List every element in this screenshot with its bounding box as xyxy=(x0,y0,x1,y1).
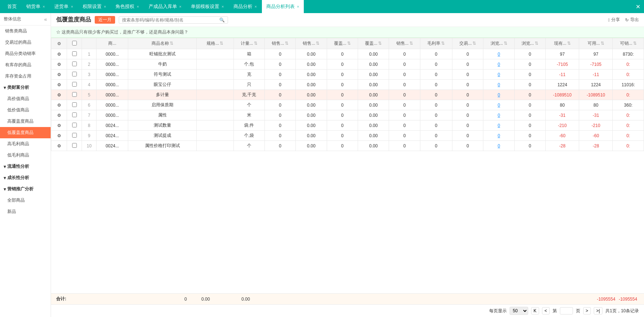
sidebar-sub-全部商品[interactable]: 全部商品 xyxy=(0,195,51,206)
cell-code: 0024... xyxy=(97,131,128,141)
cell-spec xyxy=(197,131,233,141)
nav-item-首页[interactable]: 首页 xyxy=(3,0,21,13)
cell-settings[interactable]: ⚙ xyxy=(51,110,67,120)
cell-settings[interactable]: ⚙ xyxy=(51,120,67,131)
nav-item-销货单[interactable]: 销货单× xyxy=(22,0,49,13)
cell-coverage2: 0.00 xyxy=(358,141,389,151)
export-button[interactable]: ↻ 导出 xyxy=(625,17,639,23)
cell-settings[interactable]: ⚙ xyxy=(51,90,67,100)
content-area: 低覆盖度商品 近一月 🔍  分享 ↻ 导出 ☆ 这类商品只有很少客户购买过，是… xyxy=(51,13,644,317)
select-all-checkbox[interactable] xyxy=(72,41,77,45)
nav-item-产成品入库单[interactable]: 产成品入库单× xyxy=(144,0,186,13)
nav-close-单据模板设置[interactable]: × xyxy=(221,4,224,9)
col-header-unit[interactable]: 计量...⇅ xyxy=(233,38,264,49)
cell-code: 0000... xyxy=(97,80,128,90)
per-page-select[interactable]: 50 100 200 xyxy=(510,307,528,315)
col-header-code[interactable]: 商... xyxy=(97,38,128,49)
sidebar-section-成长性分析[interactable]: ▾成长性分析 xyxy=(0,172,51,183)
page-input[interactable]: 1 xyxy=(560,307,573,314)
cell-checkbox[interactable] xyxy=(67,100,82,110)
sidebar-sub-低覆盖度商品[interactable]: 低覆盖度商品 xyxy=(0,127,51,138)
sidebar-sub-低毛利商品[interactable]: 低毛利商品 xyxy=(0,150,51,161)
cell-settings[interactable]: ⚙ xyxy=(51,59,67,70)
cell-num: 10 xyxy=(82,141,97,151)
nav-close-商品分析[interactable]: × xyxy=(255,4,257,9)
col-header-sales_count[interactable]: 销售...⇅ xyxy=(264,38,295,49)
sidebar-item-有库存的商品[interactable]: 有库存的商品 xyxy=(0,59,51,71)
cell-coverage1: 0 xyxy=(327,141,358,151)
cell-coverage1: 0 xyxy=(327,120,358,131)
sidebar-item-库存资金占用[interactable]: 库存资金占用 xyxy=(0,71,51,82)
nav-item-单据模板设置[interactable]: 单据模板设置× xyxy=(186,0,228,13)
col-header-coverage1[interactable]: 覆盖...⇅ xyxy=(327,38,358,49)
cell-checkbox[interactable] xyxy=(67,90,82,100)
cell-checkbox[interactable] xyxy=(67,49,82,59)
col-header-browse2[interactable]: 浏览...⇅ xyxy=(514,38,545,49)
search-icon[interactable]: 🔍 xyxy=(219,17,225,23)
col-header-spec[interactable]: 规格...⇅ xyxy=(197,38,233,49)
col-header-sellable[interactable]: 可销...⇅ xyxy=(613,38,644,49)
settings-icon[interactable]: ⚙ xyxy=(57,41,61,46)
cell-checkbox[interactable] xyxy=(67,110,82,120)
col-header-available[interactable]: 可用...⇅ xyxy=(579,38,613,49)
col-header-sales_x[interactable]: 销售...⇅ xyxy=(389,38,420,49)
cell-settings[interactable]: ⚙ xyxy=(51,49,67,59)
nav-item-进货单[interactable]: 进货单× xyxy=(50,0,77,13)
cell-checkbox[interactable] xyxy=(67,59,82,70)
cell-settings[interactable]: ⚙ xyxy=(51,131,67,141)
sidebar-sub-高覆盖度商品[interactable]: 高覆盖度商品 xyxy=(0,116,51,127)
nav-item-角色授权[interactable]: 角色授权× xyxy=(111,0,143,13)
nav-item-商品分析列表[interactable]: 商品分析列表× xyxy=(262,0,303,13)
cell-checkbox[interactable] xyxy=(67,141,82,151)
col-header-browse1[interactable]: 浏览...⇅ xyxy=(483,38,514,49)
sidebar-collapse-btn[interactable]: « xyxy=(44,16,47,22)
cell-coverage1: 0 xyxy=(327,131,358,141)
cell-checkbox[interactable] xyxy=(67,80,82,90)
cell-checkbox[interactable] xyxy=(67,131,82,141)
nav-close-产成品入库单[interactable]: × xyxy=(179,4,181,9)
search-input[interactable] xyxy=(122,17,218,23)
col-header-gross_margin[interactable]: 毛利率⇅ xyxy=(420,38,452,49)
col-header-coverage2[interactable]: 覆盖...⇅ xyxy=(358,38,389,49)
nav-close-销货单[interactable]: × xyxy=(43,4,45,9)
nav-close-权限设置[interactable]: × xyxy=(104,4,106,9)
nav-close-商品分析列表[interactable]: × xyxy=(297,4,299,9)
sidebar-item-商品分类动销率[interactable]: 商品分类动销率 xyxy=(0,48,51,59)
sidebar-item-销售类商品[interactable]: 销售类商品 xyxy=(0,25,51,37)
sidebar-sub-高毛利商品[interactable]: 高毛利商品 xyxy=(0,138,51,150)
next-page-btn[interactable]: > xyxy=(583,307,591,314)
sidebar-section-营销推广分析[interactable]: ▾营销推广分析 xyxy=(0,183,51,195)
cell-checkbox[interactable] xyxy=(67,70,82,80)
col-header-transaction[interactable]: 交易...⇅ xyxy=(452,38,483,49)
close-all-tabs[interactable]: ✕ xyxy=(636,3,640,10)
sidebar-item-交易过的商品[interactable]: 交易过的商品 xyxy=(0,37,51,48)
cell-settings[interactable]: ⚙ xyxy=(51,70,67,80)
col-header-name[interactable]: 商品名称⇅ xyxy=(128,38,197,49)
col-header-checkbox[interactable] xyxy=(67,38,82,49)
nav-close-角色授权[interactable]: × xyxy=(137,4,139,9)
sidebar-section-类财富分析[interactable]: ▾类财富分析 xyxy=(0,82,51,93)
cell-checkbox[interactable] xyxy=(67,120,82,131)
cell-spec xyxy=(197,120,233,131)
sidebar-sub-高价值商品[interactable]: 高价值商品 xyxy=(0,93,51,104)
nav-item-权限设置[interactable]: 权限设置× xyxy=(78,0,110,13)
nav-item-商品分析[interactable]: 商品分析× xyxy=(229,0,261,13)
first-page-btn[interactable]: K xyxy=(531,307,539,314)
col-header-settings[interactable]: ⚙ xyxy=(51,38,67,49)
sidebar-section-流通性分析[interactable]: ▾流通性分析 xyxy=(0,161,51,172)
cell-settings[interactable]: ⚙ xyxy=(51,80,67,90)
last-page-btn[interactable]: >| xyxy=(594,307,602,314)
col-header-sales_amount[interactable]: 销售...⇅ xyxy=(296,38,327,49)
cell-settings[interactable]: ⚙ xyxy=(51,141,67,151)
sidebar-sub-低价值商品[interactable]: 低价值商品 xyxy=(0,104,51,116)
share-button[interactable]:  分享 xyxy=(608,17,620,23)
col-header-num[interactable] xyxy=(82,38,97,49)
col-header-current[interactable]: 现有...⇅ xyxy=(546,38,579,49)
sidebar-sub-新品[interactable]: 新品 xyxy=(0,206,51,217)
filter-button[interactable]: 近一月 xyxy=(95,16,115,24)
cell-unit: 克,千克 xyxy=(233,90,264,100)
prev-page-btn[interactable]: < xyxy=(542,307,550,314)
nav-close-进货单[interactable]: × xyxy=(71,4,73,9)
cell-browse2: 0 xyxy=(514,70,545,80)
cell-settings[interactable]: ⚙ xyxy=(51,100,67,110)
